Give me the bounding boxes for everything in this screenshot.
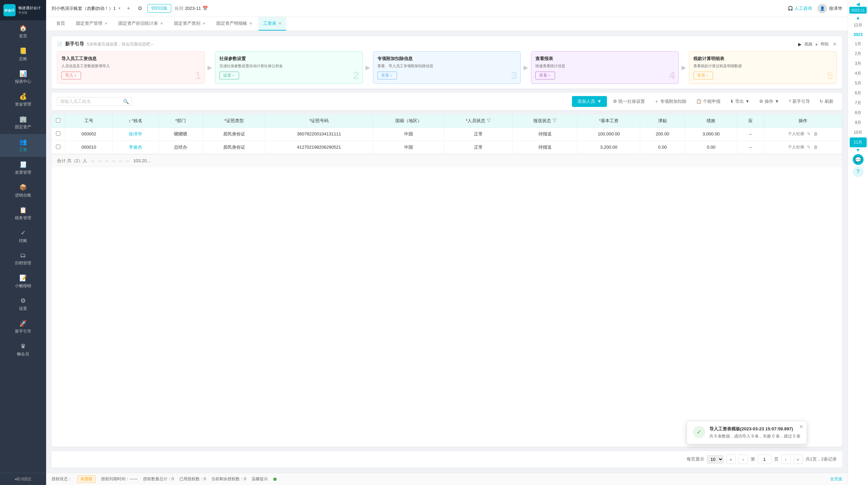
month-7[interactable]: 7月 <box>850 98 867 108</box>
action-social-1[interactable]: 个人社保 <box>788 144 804 150</box>
tab-fixed-assets-close[interactable]: ✕ <box>104 21 107 26</box>
user-menu[interactable]: 👤 徐泽华 <box>817 4 842 13</box>
refresh-btn[interactable]: ↻ 刷新 <box>816 96 837 107</box>
per-page-select[interactable]: 10 20 50 <box>707 455 724 464</box>
sidebar-item-guide[interactable]: 🚀 新手引导 <box>0 316 46 338</box>
col-name[interactable]: ↕ *姓名 <box>113 114 158 128</box>
sidebar-item-expense[interactable]: 📝 小畅报销 <box>0 270 46 293</box>
step1-action-btn[interactable]: 导入＞ <box>61 72 81 79</box>
month-1[interactable]: 1月 <box>850 39 867 49</box>
action-delete-icon-1[interactable]: 🗑 <box>813 145 818 150</box>
month-10[interactable]: 10月 <box>850 128 867 137</box>
name-link-1[interactable]: 李俊杰 <box>129 145 142 150</box>
tab-home[interactable]: 首页 <box>52 17 70 31</box>
calendar-up-btn[interactable]: ▲ <box>856 15 861 20</box>
sidebar-item-inventory[interactable]: 📦 进销台账 <box>0 180 46 202</box>
add-account-btn[interactable]: ＋ <box>124 4 133 13</box>
operations-btn[interactable]: ⚙ 操作 ▼ <box>756 96 783 107</box>
sidebar-item-close[interactable]: ✓ 结账 <box>0 225 46 248</box>
action-edit-icon-0[interactable]: ✎ <box>807 131 811 136</box>
sidebar-item-ledger[interactable]: 📒 总账 <box>0 43 46 66</box>
row-checkbox-1[interactable] <box>56 145 60 149</box>
col-status[interactable]: *人员状态 ▽ <box>444 114 513 128</box>
tab-payroll-close[interactable]: ✕ <box>278 21 281 26</box>
export-btn[interactable]: ⬇ 导出 ▼ <box>727 96 753 107</box>
step4-action-btn[interactable]: 查看＞ <box>535 72 555 79</box>
month-11[interactable]: 11月 <box>850 137 867 147</box>
tab-depreciation-close[interactable]: ✕ <box>160 21 163 26</box>
step4-num: 4 <box>669 69 675 82</box>
sidebar-item-home[interactable]: 🏠 首页 <box>0 20 46 43</box>
help-float-btn[interactable]: ? <box>853 166 864 177</box>
row-checkbox-0[interactable] <box>56 131 60 136</box>
month-2[interactable]: 2月 <box>850 49 867 59</box>
content-area: 📄 新手引导 5步快速完成设置，快去完善信息吧～ ▶ 视频 ● 帮助 ✕ <box>46 31 848 473</box>
prev-page-btn[interactable]: ‹ <box>738 454 748 464</box>
toast-close-btn[interactable]: ✕ <box>799 424 803 429</box>
name-link-0[interactable]: 徐泽华 <box>129 131 142 136</box>
col-report-status[interactable]: 报送状态 ▽ <box>513 114 577 128</box>
deduction-label: 专项附加扣除 <box>660 98 687 105</box>
tax-report-btn[interactable]: 📋 个税申报 <box>693 96 724 107</box>
recharge-btn[interactable]: 去充值 <box>830 476 842 482</box>
sidebar-item-tax[interactable]: 📋 税务管理 <box>0 202 46 225</box>
sidebar-item-archive[interactable]: 🗂 归档管理 <box>0 248 46 270</box>
page-input[interactable] <box>758 454 771 464</box>
tab-fixed-assets[interactable]: 固定资产管理 ✕ <box>71 17 112 31</box>
first-page-btn[interactable]: « <box>726 454 736 464</box>
tab-asset-detail-close[interactable]: ✕ <box>249 21 252 26</box>
select-all-checkbox[interactable] <box>56 118 60 123</box>
col-id-type: *证照类型 <box>203 114 265 128</box>
tab-asset-category-close[interactable]: ✕ <box>202 21 205 26</box>
sidebar-item-member[interactable]: ♛ 畅会员 <box>0 338 46 361</box>
sidebar-item-settings[interactable]: ⚙ 设置 <box>0 293 46 316</box>
tax-label: 个税申报 <box>703 98 721 105</box>
row-checkbox-cell[interactable] <box>52 141 65 154</box>
step2-action-btn[interactable]: 设置＞ <box>219 72 239 79</box>
month-12[interactable]: 12月 <box>850 20 867 30</box>
step5-action-btn[interactable]: 查看＞ <box>693 72 713 79</box>
tab-depreciation[interactable]: 固定资产折旧统计表 ✕ <box>114 17 168 31</box>
settings-gear-btn[interactable]: ⚙ <box>136 4 144 13</box>
guide-video-btn[interactable]: 视频 <box>804 41 812 47</box>
sidebar-item-funds[interactable]: 💰 资金管理 <box>0 89 46 111</box>
tab-asset-detail[interactable]: 固定资产明细账 ✕ <box>212 17 257 31</box>
action-edit-icon-1[interactable]: ✎ <box>807 145 811 150</box>
calendar-down-btn[interactable]: ▼ <box>856 147 861 153</box>
funds-icon: 💰 <box>19 93 27 100</box>
sidebar-item-invoices[interactable]: 🧾 发票管理 <box>0 157 46 180</box>
month-8[interactable]: 8月 <box>850 108 867 118</box>
last-page-btn[interactable]: » <box>793 454 803 464</box>
guide-help-btn[interactable]: 帮助 <box>821 41 829 47</box>
next-page-btn[interactable]: › <box>781 454 791 464</box>
guide-btn[interactable]: ? 新手引导 <box>785 96 813 107</box>
sidebar-unpin[interactable]: ◂取消固定 <box>0 473 46 485</box>
tab-asset-category[interactable]: 固定资产类别 ✕ <box>169 17 210 31</box>
month-6[interactable]: 6月 <box>850 88 867 98</box>
sidebar-item-payroll[interactable]: 👥 工资 <box>0 134 46 157</box>
month-4[interactable]: 4月 <box>850 69 867 78</box>
calendar-expand-btn[interactable]: ◀ <box>856 1 860 7</box>
chat-action-btn[interactable]: 💬 <box>853 154 864 165</box>
deduction-btn[interactable]: ＋ 专项附加扣除 <box>651 96 690 107</box>
guide-close-btn[interactable]: ✕ <box>833 41 837 47</box>
sidebar-item-assets[interactable]: 🏢 固定资产 <box>0 111 46 134</box>
search-input[interactable] <box>60 99 121 104</box>
row-checkbox-cell[interactable] <box>52 127 65 141</box>
month-3[interactable]: 3月 <box>850 59 867 69</box>
month-5[interactable]: 5月 <box>850 78 867 88</box>
main-content: 刘小艳演示账套（勿删勿动！）1 ▼ ＋ ⚙ 切到旧版 账期 2023-11 📅 … <box>46 0 848 485</box>
version-switch-btn[interactable]: 切到旧版 <box>147 4 171 13</box>
social-insurance-btn[interactable]: ⚙ 统一社保设置 <box>610 96 648 107</box>
tab-payroll[interactable]: 工资表 ✕ <box>258 17 286 31</box>
action-delete-icon-0[interactable]: 🗑 <box>813 131 818 136</box>
add-person-btn[interactable]: 添加人员 ▼ <box>572 96 607 107</box>
month-9[interactable]: 9月 <box>850 118 867 128</box>
col-checkbox[interactable] <box>52 114 65 128</box>
action-social-0[interactable]: 个人社保 <box>788 131 804 137</box>
tab-payroll-label: 工资表 <box>263 20 276 26</box>
sidebar-item-reports[interactable]: 📊 报表中心 <box>0 66 46 89</box>
step3-action-btn[interactable]: 查看＞ <box>377 72 397 79</box>
account-selector[interactable]: 刘小艳演示账套（勿删勿动！）1 ▼ <box>52 5 121 12</box>
service-btn[interactable]: 🎧 人工咨询 <box>788 5 812 12</box>
